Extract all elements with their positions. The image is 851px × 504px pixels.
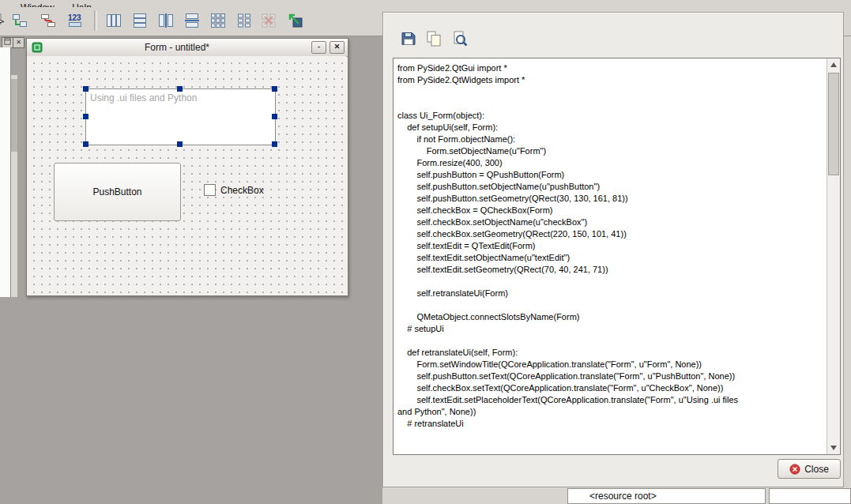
- form-canvas[interactable]: Using .ui files and Python PushButton Ch…: [27, 56, 346, 294]
- widgetbox-scrollbar-thumb[interactable]: [11, 79, 17, 152]
- selection-handle-bottom-center[interactable]: [177, 141, 183, 147]
- selection-handle-bottom-right[interactable]: [272, 141, 277, 147]
- form-window: Form - untitled* - ✕ Using .ui files and…: [26, 38, 348, 296]
- close-icon: [789, 464, 800, 475]
- menu-window[interactable]: Window: [21, 1, 55, 7]
- toolbar-separator: [94, 10, 97, 31]
- form-minimize-button[interactable]: -: [311, 41, 326, 54]
- layout-grid-icon: [209, 12, 227, 29]
- dialog-close-button[interactable]: Close: [778, 459, 841, 479]
- break-layout-icon: [260, 12, 277, 29]
- qt-designer-window: Window Help 123: [0, 0, 851, 504]
- checkbox-label: CheckBox: [220, 185, 264, 196]
- resource-preview-pane: [769, 488, 851, 504]
- widgetbox-scrollbar[interactable]: [11, 75, 17, 297]
- dock-float-icon[interactable]: [2, 37, 13, 48]
- selection-handle-mid-right[interactable]: [272, 114, 277, 119]
- layout-grid-button[interactable]: [208, 10, 228, 31]
- adjust-size-button[interactable]: [285, 10, 306, 31]
- layout-form-icon: [235, 12, 253, 29]
- edit-tab-order-button[interactable]: 123: [65, 10, 85, 31]
- break-layout-button[interactable]: [258, 10, 279, 31]
- selection-handle-top-left[interactable]: [83, 86, 88, 92]
- form-window-icon: [32, 42, 43, 53]
- copy-button[interactable]: [424, 28, 444, 49]
- menu-help[interactable]: Help: [72, 1, 92, 7]
- layout-form-button[interactable]: [234, 10, 254, 31]
- save-icon: [400, 30, 417, 47]
- code-text: from PySide2.QtGui import * from PySide2…: [393, 58, 827, 454]
- selection-handle-bottom-left[interactable]: [83, 141, 88, 147]
- dock-close-icon[interactable]: ✕: [13, 37, 24, 48]
- code-view[interactable]: from PySide2.QtGui import * from PySide2…: [393, 58, 841, 455]
- find-button[interactable]: [450, 28, 470, 49]
- resource-browser-pane: <resource root>: [567, 488, 766, 504]
- layout-vertical-splitter-button[interactable]: [182, 10, 202, 31]
- scrollbar-thumb[interactable]: [828, 73, 839, 175]
- selection-handle-top-right[interactable]: [272, 86, 277, 92]
- layout-horizontal-splitter-button[interactable]: [156, 10, 176, 31]
- selection-handle-top-center[interactable]: [177, 86, 183, 92]
- menubar: Window Help: [21, 0, 106, 7]
- edit-widgets-icon: [0, 12, 6, 29]
- checkbox-widget[interactable]: CheckBox: [204, 184, 264, 196]
- resource-root-item[interactable]: <resource root>: [568, 489, 765, 503]
- layout-horizontally-button[interactable]: [104, 10, 124, 31]
- adjust-size-icon: [287, 12, 304, 29]
- form-window-title: Form - untitled*: [43, 42, 311, 53]
- layout-vertically-button[interactable]: [130, 10, 150, 31]
- code-preview-dialog: from PySide2.QtGui import * from PySide2…: [382, 12, 844, 487]
- layout-vertical-splitter-icon: [183, 12, 201, 29]
- code-vertical-scrollbar[interactable]: [827, 58, 840, 454]
- textedit-placeholder: Using .ui files and Python: [86, 89, 275, 107]
- selection-handle-mid-left[interactable]: [83, 114, 88, 119]
- find-icon: [451, 30, 469, 47]
- form-close-button[interactable]: ✕: [329, 41, 345, 54]
- edit-buddies-button[interactable]: [38, 10, 58, 31]
- workspace: ✕ Form - untitled* - ✕ Using .ui files a…: [0, 36, 382, 504]
- edit-signals-slots-icon: [11, 12, 28, 29]
- checkbox-indicator[interactable]: [204, 184, 216, 196]
- widgetbox-panel-edge: [0, 47, 11, 297]
- scroll-up-arrow[interactable]: [830, 62, 837, 67]
- edit-tab-order-icon: 123: [66, 12, 84, 29]
- save-button[interactable]: [398, 28, 419, 49]
- copy-icon: [425, 30, 442, 47]
- layout-vertically-icon: [131, 12, 149, 29]
- pushbutton-widget[interactable]: PushButton: [54, 163, 181, 221]
- textedit-widget[interactable]: Using .ui files and Python: [85, 88, 276, 145]
- scroll-down-arrow[interactable]: [830, 446, 837, 450]
- layout-horizontal-splitter-icon: [157, 12, 175, 29]
- edit-buddies-icon: [40, 12, 57, 29]
- edit-signals-slots-button[interactable]: [9, 10, 30, 31]
- layout-horizontally-icon: [105, 12, 122, 29]
- svg-text:123: 123: [68, 13, 81, 22]
- dialog-close-label: Close: [804, 464, 829, 475]
- form-window-titlebar[interactable]: Form - untitled* - ✕: [27, 39, 348, 57]
- edit-widgets-button[interactable]: [0, 10, 8, 31]
